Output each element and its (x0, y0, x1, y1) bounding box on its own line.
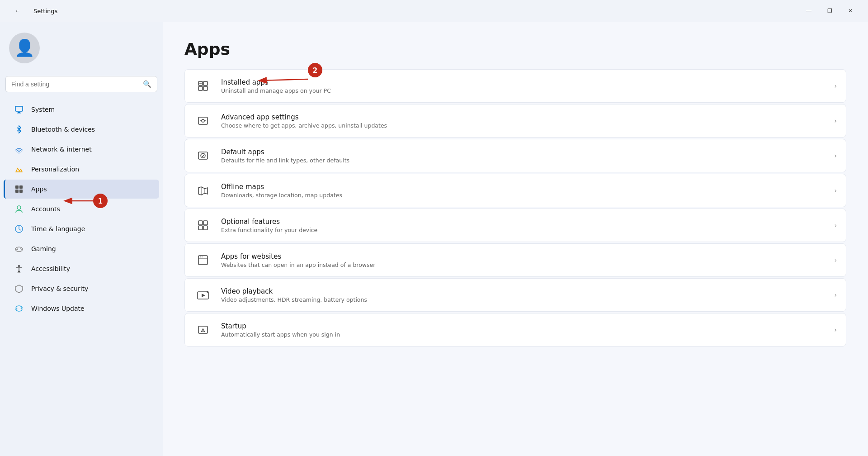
advanced-app-text: Advanced app settings Choose where to ge… (221, 113, 825, 129)
advanced-app-desc: Choose where to get apps, archive apps, … (221, 122, 825, 129)
settings-item-offline-maps[interactable]: Offline maps Downloads, storage location… (184, 174, 846, 207)
apps-websites-chevron: › (834, 256, 837, 264)
system-label: System (31, 106, 55, 113)
time-icon (14, 224, 24, 234)
network-icon (14, 144, 24, 154)
advanced-app-chevron: › (834, 117, 837, 124)
settings-list: Installed apps Uninstall and manage apps… (184, 69, 846, 347)
offline-maps-title: Offline maps (221, 183, 825, 191)
back-button[interactable]: ← (7, 4, 28, 18)
gaming-icon (14, 244, 24, 254)
settings-item-default-apps[interactable]: Default apps Defaults for file and link … (184, 139, 846, 172)
sidebar-item-apps[interactable]: Apps (4, 180, 159, 199)
settings-item-optional-features[interactable]: Optional features Extra functionality fo… (184, 209, 846, 242)
update-label: Windows Update (31, 305, 85, 312)
svg-point-16 (20, 248, 21, 249)
svg-rect-22 (198, 86, 203, 90)
svg-rect-33 (203, 226, 208, 230)
default-apps-desc: Defaults for file and link types, other … (221, 157, 825, 164)
settings-item-video-playback[interactable]: Video playback Video adjustments, HDR st… (184, 278, 846, 312)
window-controls: — ❐ ✕ (798, 4, 861, 18)
avatar: 👤 (9, 33, 40, 63)
sidebar-item-system[interactable]: System (4, 100, 159, 119)
bluetooth-icon (14, 124, 24, 134)
offline-maps-chevron: › (834, 187, 837, 194)
sidebar-item-update[interactable]: Windows Update (4, 299, 159, 318)
video-playback-icon (194, 286, 212, 304)
settings-item-advanced-app[interactable]: Advanced app settings Choose where to ge… (184, 104, 846, 138)
svg-rect-7 (15, 190, 19, 193)
close-button[interactable]: ✕ (840, 4, 861, 18)
sidebar-item-bluetooth[interactable]: Bluetooth & devices (4, 120, 159, 139)
advanced-app-icon (194, 112, 212, 130)
default-apps-title: Default apps (221, 148, 825, 156)
offline-maps-icon (194, 181, 212, 200)
maximize-button[interactable]: ❐ (819, 4, 840, 18)
search-input[interactable] (11, 81, 139, 88)
accounts-label: Accounts (31, 205, 60, 213)
sidebar-item-accounts[interactable]: Accounts (4, 200, 159, 218)
svg-rect-1 (18, 112, 20, 113)
main-content: Apps Installed apps Uninstall and manage… (163, 22, 868, 456)
startup-chevron: › (834, 326, 837, 333)
sidebar-item-accessibility[interactable]: Accessibility (4, 259, 159, 278)
video-playback-desc: Video adjustments, HDR streaming, batter… (221, 296, 825, 303)
svg-point-36 (202, 256, 203, 257)
svg-rect-32 (198, 226, 203, 230)
advanced-app-title: Advanced app settings (221, 113, 825, 121)
search-box[interactable]: 🔍 (5, 76, 157, 92)
installed-apps-text: Installed apps Uninstall and manage apps… (221, 78, 825, 94)
settings-item-startup[interactable]: Startup Automatically start apps when yo… (184, 313, 846, 347)
svg-point-38 (207, 291, 208, 293)
optional-features-icon (194, 216, 212, 234)
settings-item-installed-apps[interactable]: Installed apps Uninstall and manage apps… (184, 69, 846, 103)
svg-point-3 (19, 153, 19, 154)
installed-apps-desc: Uninstall and manage apps on your PC (221, 87, 825, 94)
svg-point-25 (202, 119, 204, 122)
accessibility-icon (14, 264, 24, 274)
apps-icon (14, 184, 24, 194)
minimize-button[interactable]: — (798, 4, 819, 18)
settings-item-apps-websites[interactable]: Apps for websites Websites that can open… (184, 243, 846, 277)
default-apps-text: Default apps Defaults for file and link … (221, 148, 825, 164)
svg-rect-0 (15, 106, 23, 111)
page-title: Apps (184, 40, 846, 58)
svg-rect-5 (15, 185, 19, 189)
sidebar-item-personalization[interactable]: Personalization (4, 160, 159, 179)
svg-rect-24 (198, 117, 208, 124)
optional-features-title: Optional features (221, 218, 825, 226)
sidebar-item-gaming[interactable]: Gaming (4, 239, 159, 258)
sidebar-item-network[interactable]: Network & internet (4, 140, 159, 159)
sidebar-item-privacy[interactable]: Privacy & security (4, 279, 159, 298)
titlebar: ← Settings — ❐ ✕ (0, 0, 868, 22)
user-profile: 👤 (0, 25, 163, 72)
svg-point-17 (21, 249, 22, 250)
video-playback-title: Video playback (221, 287, 825, 295)
optional-features-text: Optional features Extra functionality fo… (221, 218, 825, 233)
startup-desc: Automatically start apps when you sign i… (221, 331, 825, 338)
optional-features-desc: Extra functionality for your device (221, 227, 825, 233)
startup-title: Startup (221, 322, 825, 330)
svg-point-9 (17, 206, 21, 209)
apps-websites-icon (194, 251, 212, 269)
user-icon: 👤 (14, 38, 35, 57)
svg-marker-39 (202, 294, 205, 297)
accessibility-label: Accessibility (31, 265, 70, 272)
svg-rect-31 (203, 221, 208, 225)
system-icon (14, 104, 24, 114)
search-icon: 🔍 (143, 80, 151, 88)
accounts-icon (14, 204, 24, 214)
app-title: Settings (33, 8, 57, 14)
svg-rect-6 (19, 185, 23, 189)
app-body: 👤 🔍 System (0, 22, 868, 456)
apps-websites-title: Apps for websites (221, 252, 825, 261)
gaming-label: Gaming (31, 245, 56, 252)
video-playback-chevron: › (834, 291, 837, 299)
personalization-icon (14, 164, 24, 174)
privacy-icon (14, 284, 24, 294)
video-playback-text: Video playback Video adjustments, HDR st… (221, 287, 825, 303)
sidebar-item-time[interactable]: Time & language (4, 219, 159, 238)
svg-rect-30 (198, 221, 203, 225)
bluetooth-label: Bluetooth & devices (31, 126, 95, 133)
startup-text: Startup Automatically start apps when yo… (221, 322, 825, 338)
